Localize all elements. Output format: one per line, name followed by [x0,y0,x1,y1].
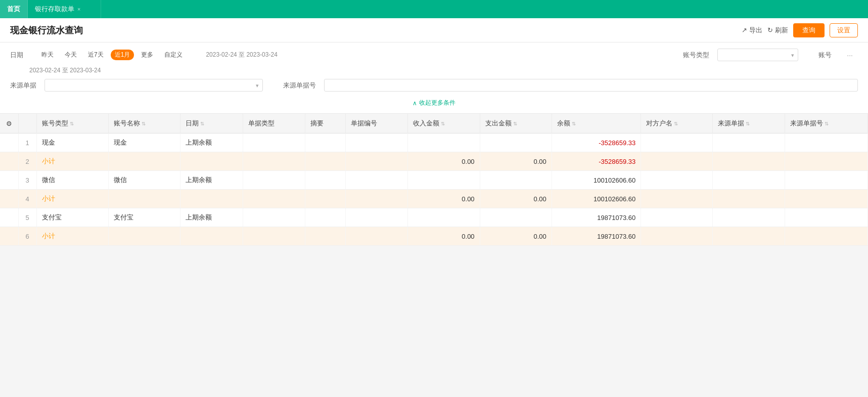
cell-account-type: 小计 [36,227,108,246]
table-body: 1现金现金上期余额-3528659.332小计0.000.00-3528659.… [0,134,868,246]
cell-source-doc [713,152,785,171]
nav-tab-银行存取款单[interactable]: 银行存取款单× [28,0,101,18]
export-icon: ↗ [742,26,747,34]
query-button[interactable]: 查询 [793,23,825,37]
row-gear-cell [0,134,18,152]
date-btn-自定义[interactable]: 自定义 [160,50,187,60]
cell-income: 0.00 [408,190,480,208]
cell-balance: 100102606.60 [552,190,641,208]
col-row [18,114,36,134]
source-doc-select-wrapper [44,79,263,92]
cell-account-name: 现金 [108,134,180,152]
cell-summary [305,190,346,208]
source-doc-no-input[interactable] [324,79,858,92]
cell-account-type: 小计 [36,190,108,208]
row-number: 4 [18,190,36,208]
sort-icon-source_doc: ⇅ [746,121,750,126]
cell-balance: -3528659.33 [552,134,641,152]
date-btn-今天[interactable]: 今天 [61,50,81,60]
sort-icon-account_name: ⇅ [142,121,146,126]
col-counterparty[interactable]: 对方户名⇅ [641,114,713,134]
cell-expense: 0.00 [480,152,552,171]
cell-account-type: 微信 [36,171,108,190]
col-income[interactable]: 收入金额⇅ [408,114,480,134]
refresh-button[interactable]: ↻ 刷新 [767,26,788,35]
cell-date [180,227,243,246]
cell-counterparty [641,208,713,227]
cell-source-doc [713,227,785,246]
nav-home[interactable]: 首页 [0,0,28,18]
date-btn-近7天[interactable]: 近7天 [84,50,108,60]
sort-icon-counterparty: ⇅ [674,121,678,126]
cell-doc-no [345,208,408,227]
table-container: ⚙账号类型⇅账号名称⇅日期⇅单据类型摘要单据编号收入金额⇅支出金额⇅余额⇅对方户… [0,114,868,246]
cell-expense: 0.00 [480,190,552,208]
collapse-icon: ∧ [413,100,417,107]
date-btn-近1月[interactable]: 近1月 [111,50,134,60]
cell-summary [305,227,346,246]
sort-icon-source_doc_no: ⇅ [825,121,829,126]
source-doc-no-label: 来源单据号 [283,81,316,90]
cell-counterparty [641,227,713,246]
export-button[interactable]: ↗ 导出 [742,26,762,35]
col-expense[interactable]: 支出金额⇅ [480,114,552,134]
sort-icon-balance: ⇅ [572,121,576,126]
cell-summary [305,152,346,171]
settings-button[interactable]: 设置 [830,23,858,37]
col-source_doc[interactable]: 来源单据⇅ [713,114,785,134]
sort-icon-expense: ⇅ [513,121,517,126]
col-balance[interactable]: 余额⇅ [552,114,641,134]
table-row: 3微信微信上期余额100102606.60 [0,171,868,190]
date-options: 昨天今天近7天近1月更多自定义 [37,50,187,60]
cell-doc-type [243,134,305,152]
row-number: 5 [18,208,36,227]
date-btn-更多[interactable]: 更多 [137,50,157,60]
account-no-label: 账号 [818,51,839,60]
cell-date: 上期余额 [180,134,243,152]
cell-account-type: 小计 [36,152,108,171]
date-filter-group: 日期 昨天今天近7天近1月更多自定义 [10,50,187,60]
refresh-icon: ↻ [767,26,773,34]
close-icon[interactable]: × [77,6,80,12]
cell-account-name: 支付宝 [108,208,180,227]
cell-income [408,134,480,152]
row-number: 3 [18,171,36,190]
cell-doc-type [243,227,305,246]
col-account_name[interactable]: 账号名称⇅ [108,114,180,134]
cell-source-doc-no [785,152,867,171]
source-doc-label: 来源单据 [10,81,36,90]
collapse-bar[interactable]: ∧ 收起更多条件 [10,97,858,109]
date-btn-昨天[interactable]: 昨天 [37,50,58,60]
source-doc-select[interactable] [44,79,263,92]
date-range-display: 2023-02-24 至 2023-03-24 [29,67,101,74]
date-label: 日期 [10,51,30,60]
col-date[interactable]: 日期⇅ [180,114,243,134]
source-doc-group: 来源单据 [10,79,263,92]
account-type-select[interactable]: 现金 微信 支付宝 [717,49,798,61]
account-type-label: 账号类型 [683,51,709,60]
row-gear-cell [0,152,18,171]
cell-income: 0.00 [408,227,480,246]
gear-icon[interactable]: ⚙ [6,120,12,127]
col-summary: 摘要 [305,114,346,134]
col-source_doc_no[interactable]: 来源单据号⇅ [785,114,867,134]
nav-tabs: 收款单×付款单×其他收入单×应收应付调整单×银行存取款单×预收冲应收单×收款核销… [28,0,101,18]
cell-date: 上期余额 [180,208,243,227]
col-account_type[interactable]: 账号类型⇅ [36,114,108,134]
cell-doc-no [345,227,408,246]
subtotal-label: 小计 [42,232,55,240]
cell-income [408,171,480,190]
cell-source-doc-no [785,171,867,190]
cell-account-name [108,227,180,246]
cell-date [180,152,243,171]
cell-source-doc [713,171,785,190]
cell-source-doc [713,134,785,152]
page-header: 现金银行流水查询 ↗ 导出 ↻ 刷新 查询 设置 [0,18,868,42]
source-doc-no-group: 来源单据号 [283,79,858,92]
cell-balance: 100102606.60 [552,171,641,190]
filter-row-1: 日期 昨天今天近7天近1月更多自定义 2023-02-24 至 2023-03-… [10,49,858,61]
table-row: 4小计0.000.00100102606.60 [0,190,868,208]
cell-source-doc-no [785,134,867,152]
table-header-row: ⚙账号类型⇅账号名称⇅日期⇅单据类型摘要单据编号收入金额⇅支出金额⇅余额⇅对方户… [0,114,868,134]
more-dots[interactable]: ··· [847,51,853,59]
